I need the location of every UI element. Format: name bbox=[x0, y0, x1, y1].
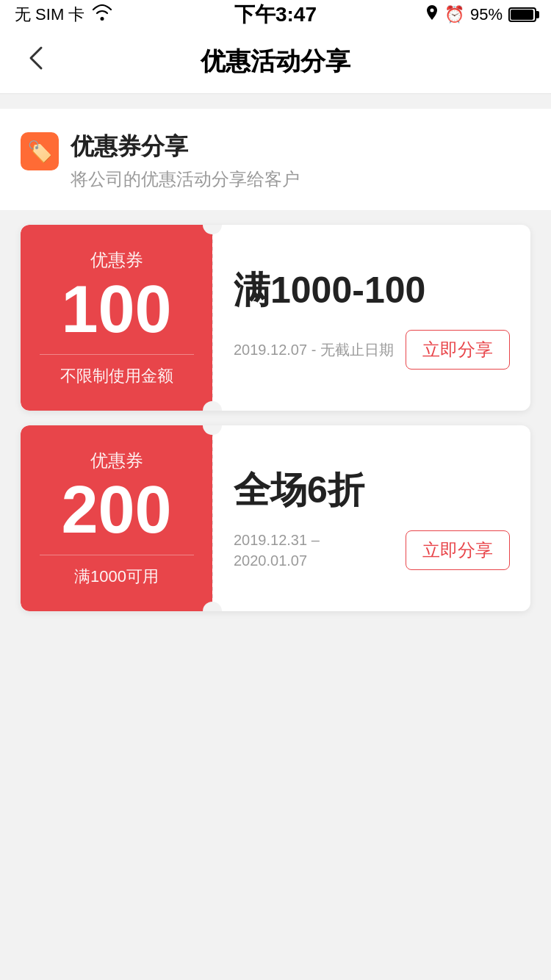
section-subtitle: 将公司的优惠活动分享给客户 bbox=[71, 167, 300, 191]
coupon-name-0: 满1000-100 bbox=[234, 266, 510, 315]
carrier-text: 无 SIM 卡 bbox=[15, 4, 84, 26]
coupon-divider-0 bbox=[40, 354, 194, 355]
svg-point-0 bbox=[430, 9, 433, 12]
coupon-left-1: 优惠券 200 满1000可用 bbox=[21, 425, 212, 611]
coupon-date-1: 2019.12.31 – 2020.01.07 bbox=[234, 530, 397, 571]
coupon-amount-1: 200 bbox=[61, 477, 171, 543]
empty-area bbox=[0, 626, 551, 980]
coupon-condition-0: 不限制使用金额 bbox=[60, 365, 173, 387]
coupon-card-0: 优惠券 100 不限制使用金额 满1000-100 2019.12.07 - 无… bbox=[21, 225, 530, 411]
coupon-left-0: 优惠券 100 不限制使用金额 bbox=[21, 225, 212, 411]
coupon-date-0: 2019.12.07 - 无截止日期 bbox=[234, 339, 397, 360]
status-bar: 无 SIM 卡 下午3:47 ⏰ 95% bbox=[0, 0, 551, 29]
coupon-divider-1 bbox=[40, 555, 194, 555]
section-header: 🏷️ 优惠券分享 将公司的优惠活动分享给客户 bbox=[0, 109, 551, 210]
coupon-list: 优惠券 100 不限制使用金额 满1000-100 2019.12.07 - 无… bbox=[0, 210, 551, 626]
location-icon bbox=[425, 4, 439, 25]
coupon-amount-0: 100 bbox=[61, 276, 171, 342]
wifi-icon bbox=[92, 4, 112, 25]
status-right: ⏰ 95% bbox=[425, 4, 536, 25]
share-button-1[interactable]: 立即分享 bbox=[406, 530, 510, 570]
coupon-condition-1: 满1000可用 bbox=[74, 566, 159, 588]
section-icon: 🏷️ bbox=[21, 132, 59, 170]
status-time: 下午3:47 bbox=[234, 1, 317, 29]
coupon-right-1: 全场6折 2019.12.31 – 2020.01.07 立即分享 bbox=[213, 425, 530, 611]
coupon-icon: 🏷️ bbox=[27, 140, 53, 164]
status-left: 无 SIM 卡 bbox=[15, 4, 112, 26]
back-button[interactable] bbox=[21, 37, 51, 85]
coupon-info-row-1: 2019.12.31 – 2020.01.07 立即分享 bbox=[234, 530, 510, 571]
page-title: 优惠活动分享 bbox=[201, 45, 350, 79]
coupon-label-0: 优惠券 bbox=[90, 248, 143, 272]
coupon-info-row-0: 2019.12.07 - 无截止日期 立即分享 bbox=[234, 330, 510, 370]
coupon-label-1: 优惠券 bbox=[90, 449, 143, 472]
coupon-name-1: 全场6折 bbox=[234, 466, 510, 515]
battery-percent: 95% bbox=[470, 5, 503, 24]
alarm-icon: ⏰ bbox=[444, 5, 464, 24]
battery-icon bbox=[508, 7, 536, 22]
nav-bar: 优惠活动分享 bbox=[0, 29, 551, 94]
coupon-card-1: 优惠券 200 满1000可用 全场6折 2019.12.31 – 2020.0… bbox=[21, 425, 530, 611]
section-text: 优惠券分享 将公司的优惠活动分享给客户 bbox=[71, 131, 300, 191]
section-title: 优惠券分享 bbox=[71, 131, 300, 163]
coupon-right-0: 满1000-100 2019.12.07 - 无截止日期 立即分享 bbox=[213, 225, 530, 411]
share-button-0[interactable]: 立即分享 bbox=[406, 330, 510, 370]
